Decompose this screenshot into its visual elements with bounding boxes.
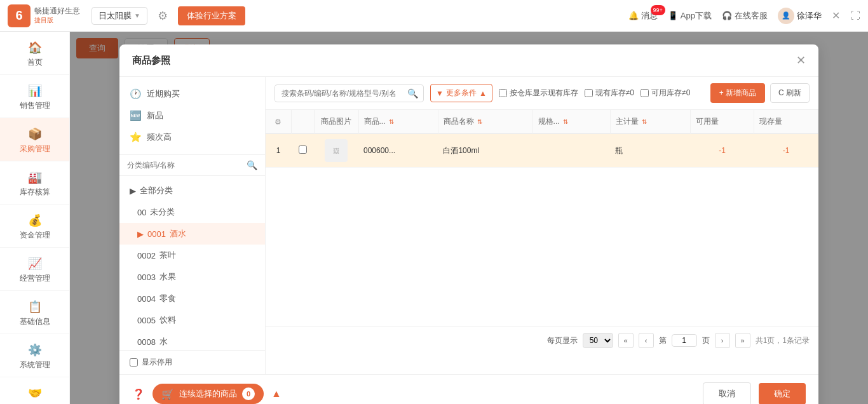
modal-body: 🕐 近期购买 🆕 新品 ⭐ 频次高 [119,77,818,374]
col-available: 可用量 [690,110,754,134]
message-badge: 99+ [651,5,665,15]
total-info: 共1页，1条记录 [756,335,810,346]
col-code[interactable]: 商品... ⇅ [358,110,438,134]
message-btn[interactable]: 🔔 消息 99+ [628,10,658,22]
window-close-icon[interactable]: ✕ [832,10,840,22]
basicinfo-icon: 📋 [28,300,42,314]
modal-title: 商品参照 [132,55,170,67]
cancel-button[interactable]: 取消 [703,382,751,404]
category-0004[interactable]: 0004 零食 [119,288,265,309]
experience-btn[interactable]: 体验行业方案 [178,6,245,25]
tab-recent-purchase[interactable]: 🕐 近期购买 [119,83,265,105]
collapse-icon[interactable]: ▲ [271,388,281,400]
col-unit[interactable]: 主计量 ⇅ [610,110,690,134]
row-available: -1 [690,134,754,168]
modal-toolbar-right: + 新增商品 C 刷新 [710,83,810,103]
category-all[interactable]: ▶ 全部分类 [119,180,265,201]
page-number-input[interactable] [672,334,697,347]
first-page-button[interactable]: « [618,333,634,348]
modal-left-panel: 🕐 近期购买 🆕 新品 ⭐ 频次高 [119,77,266,374]
logo-text: 畅捷通好生意 [34,6,80,17]
sidebar-item-basic-info[interactable]: 📋 基础信息 [0,291,69,334]
tab-frequent[interactable]: ⭐ 频次高 [119,126,265,148]
category-0003[interactable]: 0003 水果 [119,266,265,288]
col-spec[interactable]: 规格... ⇅ [532,110,610,134]
category-0005[interactable]: 0005 饮料 [119,309,265,331]
logo-area: 6 畅捷通好生意 捷目版 [8,4,84,27]
prev-page-button[interactable]: ‹ [639,333,654,348]
purchase-icon: 📦 [28,127,42,141]
col-name[interactable]: 商品名称 ⇅ [438,110,532,134]
pagination-bar: 每页显示 50 « ‹ 第 页 › » 共1页，1条记录 [266,326,818,354]
product-reference-modal: 商品参照 ✕ 🕐 近期购买 🆕 [119,44,818,404]
cooperation-icon: 🤝 [28,386,42,400]
arrow-right-active-icon: ▶ [137,229,144,239]
logo-icon: 6 [8,4,31,27]
category-search-bar: 🔍 [119,155,265,176]
user-menu[interactable]: 👤 徐泽华 [778,8,822,24]
product-search-bar: 🔍 [275,84,424,102]
per-page-select[interactable]: 50 [583,333,613,348]
window-expand-icon[interactable]: ⛶ [850,10,860,22]
sidebar-item-cooperation[interactable]: 🤝 企业协同 [0,377,69,404]
store-selector[interactable]: 日太阳膜 ▼ [92,7,147,25]
sidebar-item-operations[interactable]: 📈 经营管理 [0,248,69,291]
help-icon[interactable]: ❓ [132,388,145,400]
table-row[interactable]: 1 🖼 000600... 白酒100ml [266,134,818,168]
available-nonzero-checkbox[interactable] [641,89,649,97]
store-selector-arrow-icon: ▼ [134,12,140,19]
modal-overlay: 商品参照 ✕ 🕐 近期购买 🆕 [70,32,868,404]
row-spec [532,134,610,168]
sidebar-item-system[interactable]: ⚙️ 系统管理 [0,334,69,377]
sidebar-item-home[interactable]: 🏠 首页 [0,32,69,75]
product-search-button[interactable]: 🔍 [402,85,423,102]
table-header: ⚙ 商品图片 商品... ⇅ [266,110,818,134]
available-nonzero-checkbox-label[interactable]: 可用库存≠0 [641,88,690,98]
row-image: 🖼 [314,134,358,168]
left-quick-tabs: 🕐 近期购买 🆕 新品 ⭐ 频次高 [119,77,265,155]
tab-new-products[interactable]: 🆕 新品 [119,105,265,126]
warehouse-stock-checkbox[interactable] [499,89,507,97]
settings-icon[interactable]: ⚙ [155,6,170,25]
category-search-input[interactable] [127,161,243,170]
sidebar-item-purchase[interactable]: 📦 采购管理 [0,118,69,161]
row-checkbox[interactable] [299,145,307,154]
add-product-button[interactable]: + 新增商品 [710,83,765,103]
sidebar-item-inventory[interactable]: 🏭 库存核算 [0,161,69,205]
operations-icon: 📈 [28,257,42,271]
col-stock: 现存量 [754,110,818,134]
category-0008[interactable]: 0008 水 [119,331,265,350]
sidebar-item-sales[interactable]: 📊 销售管理 [0,75,69,118]
online-service-btn[interactable]: 🎧 在线客服 [722,10,768,22]
sidebar: 🏠 首页 📊 销售管理 📦 采购管理 🏭 库存核算 💰 资金管理 📈 经营管理 … [0,32,70,404]
filter-icon: ▼ [436,89,444,98]
warehouse-stock-checkbox-label[interactable]: 按仓库显示现有库存 [499,88,578,98]
app-download-btn[interactable]: 📱 App下载 [668,10,712,22]
stock-nonzero-checkbox[interactable] [585,89,593,97]
category-00[interactable]: 00 未分类 [119,201,265,223]
next-page-button[interactable]: › [715,333,730,348]
category-0001[interactable]: ▶ 0001 酒水 [119,223,265,245]
system-icon: ⚙️ [28,343,42,357]
row-check[interactable] [291,134,314,168]
modal-toolbar: 🔍 ▼ 更多条件 ▲ 按仓库显示现有库存 [266,77,818,110]
modal-close-icon[interactable]: ✕ [796,53,806,67]
user-avatar: 👤 [778,8,794,24]
last-page-button[interactable]: » [735,333,750,348]
col-settings[interactable]: ⚙ [266,110,291,134]
home-icon: 🏠 [28,41,42,55]
filter-chevron-icon: ▲ [479,89,487,98]
display-disabled-checkbox[interactable] [130,358,138,367]
cart-icon: 🛒 [161,388,174,400]
cart-continuous-select[interactable]: 🛒 连续选择的商品 0 [153,384,264,404]
sidebar-item-finance[interactable]: 💰 资金管理 [0,205,69,248]
stock-nonzero-checkbox-label[interactable]: 现有库存≠0 [585,88,634,98]
category-search-icon[interactable]: 🔍 [247,160,257,170]
category-0002[interactable]: 0002 茶叶 [119,245,265,266]
main-layout: 🏠 首页 📊 销售管理 📦 采购管理 🏭 库存核算 💰 资金管理 📈 经营管理 … [0,32,868,404]
refresh-button[interactable]: C 刷新 [770,83,810,103]
confirm-button[interactable]: 确定 [759,383,806,404]
headset-icon: 🎧 [722,11,732,20]
product-search-input[interactable] [275,86,402,101]
more-filter-button[interactable]: ▼ 更多条件 ▲ [430,84,492,102]
